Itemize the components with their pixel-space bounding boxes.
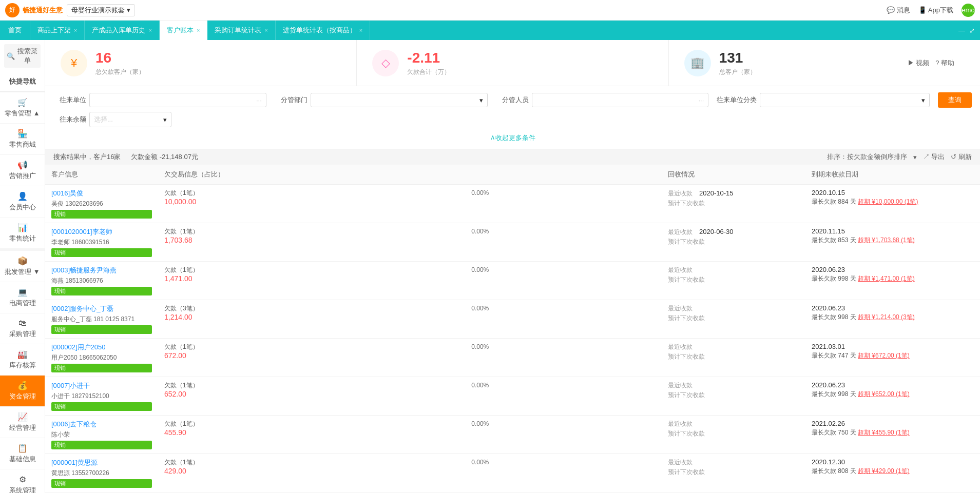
customer-info-cell-4: [000002]用户2050 用户2050 18665062050 现销: [45, 339, 158, 377]
app-download-btn[interactable]: 📱 App下载: [918, 6, 953, 15]
overdue-link[interactable]: 超期 ¥672.00 (1笔): [858, 352, 910, 359]
app-icon: 📱: [918, 6, 927, 14]
search-button[interactable]: 查询: [938, 92, 972, 108]
sort-label[interactable]: 排序：按欠款金额倒序排序: [827, 152, 907, 162]
debt-amount-link[interactable]: 1,703.68: [164, 236, 193, 244]
customer-name-link[interactable]: [0003]畅捷服务尹海燕: [51, 266, 152, 275]
next-collect-label: 预计下次收款: [668, 275, 799, 284]
debt-amount-link[interactable]: 429.00: [164, 467, 186, 475]
overdue-link[interactable]: 超期 ¥1,214.00 (3笔): [858, 313, 915, 321]
debt-amount-link[interactable]: 455.90: [164, 428, 186, 437]
due-date: 2020.06.23: [812, 381, 974, 389]
tab-home[interactable]: 首页: [0, 21, 30, 40]
due-date-cell-2: 2020.06.23 最长欠款 998 天 超期 ¥1,471.00 (1笔): [805, 262, 980, 300]
close-icon[interactable]: ×: [197, 27, 200, 33]
sidebar-item-finance[interactable]: 💰 资金管理: [0, 376, 45, 407]
video-btn[interactable]: ▶ 视频: [908, 58, 930, 68]
branch-dept-select[interactable]: ▾: [311, 93, 488, 107]
minimize-icon[interactable]: —: [958, 27, 965, 34]
customer-name-link[interactable]: [0007]小进干: [51, 381, 152, 390]
overdue-link[interactable]: 超期 ¥652.00 (1笔): [858, 390, 910, 398]
tab-purchase-order[interactable]: 采购订单统计表 ×: [207, 21, 275, 40]
source-category-select[interactable]: ▾: [760, 93, 930, 107]
close-icon[interactable]: ×: [148, 27, 151, 33]
overdue-link[interactable]: 超期 ¥10,000.00 (1笔): [858, 198, 918, 205]
debt-amount-link[interactable]: 10,000.00: [164, 198, 196, 206]
search-menu-btn[interactable]: 🔍 搜索菜单: [4, 44, 41, 68]
customer-name-link[interactable]: [0002]服务中心_丁磊: [51, 304, 152, 313]
customer-name-link[interactable]: [0001020001]李老师: [51, 227, 152, 236]
message-btn[interactable]: 💬 消息: [887, 6, 910, 15]
debt-count: 欠款（1笔）: [164, 227, 459, 236]
sidebar-item-retail-mgmt[interactable]: 🛒 零售管理 ▲: [0, 92, 45, 124]
overdue-link[interactable]: 超期 ¥429.00 (1笔): [858, 467, 910, 475]
balance-select[interactable]: 选择... ▾: [89, 112, 171, 127]
stats-bar: ¥ 16 总欠款客户（家） ◇ -2.11 欠款合计（万） 🏢 131 总客户（…: [45, 40, 980, 86]
source-unit-input[interactable]: ···: [89, 93, 266, 107]
main-layout: 🔍 搜索菜单 快捷导航 🛒 零售管理 ▲ 🏪 零售商城 📢 营销推广 👤 会员中…: [0, 40, 980, 493]
overdue-link[interactable]: 超期 ¥455.90 (1笔): [858, 429, 910, 436]
tab-stock-stats[interactable]: 进货单统计表（按商品） ×: [276, 21, 370, 40]
sidebar-item-system[interactable]: ⚙ 系统管理: [0, 469, 45, 493]
sidebar-item-retail-stats[interactable]: 📊 零售统计: [0, 218, 45, 249]
help-btn[interactable]: ? 帮助: [935, 58, 954, 68]
tab-label: 进货单统计表（按商品）: [283, 26, 356, 35]
store-selector[interactable]: 母婴行业演示账套 ▾: [67, 4, 135, 16]
debt-amount-link[interactable]: 672.00: [164, 351, 186, 360]
close-icon[interactable]: ×: [74, 27, 77, 33]
customer-tag: 现销: [51, 325, 152, 334]
help-icon: ?: [935, 59, 939, 67]
sidebar-item-base-info[interactable]: 📋 基础信息: [0, 438, 45, 469]
operations-icon: 📈: [4, 412, 41, 422]
tab-products-off[interactable]: 商品上下架 ×: [30, 21, 85, 40]
customer-info-cell-1: [0001020001]李老师 李老师 18600391516 现销: [45, 223, 158, 262]
stats-actions: ▶ 视频 ? 帮助: [897, 58, 965, 68]
customer-info-cell-3: [0002]服务中心_丁磊 服务中心_丁磊 181 0125 8371 现销: [45, 300, 158, 339]
overdue-link[interactable]: 超期 ¥1,703.68 (1笔): [858, 236, 915, 244]
sidebar-item-operations[interactable]: 📈 经营管理: [0, 407, 45, 438]
customer-phone: 用户2050 18665062050: [51, 353, 152, 362]
sidebar-item-batch-mgmt[interactable]: 📦 批发管理 ▼: [0, 251, 45, 282]
sidebar-item-purchase[interactable]: 🛍 采购管理: [0, 313, 45, 344]
result-summary: 搜索结果中，客户16家 欠款金额 -21,148.07元: [53, 152, 198, 162]
customer-phone: 吴俊 13026203696: [51, 200, 152, 208]
sidebar-item-member[interactable]: 👤 会员中心: [0, 186, 45, 218]
collapse-btn[interactable]: ∧ 收起更多条件: [53, 131, 972, 145]
sidebar-item-ecommerce[interactable]: 💻 电商管理: [0, 282, 45, 313]
debt-percent: 0.00%: [471, 228, 489, 235]
branch-person-input[interactable]: ···: [532, 93, 709, 107]
due-date-cell-4: 2021.03.01 最长欠款 747 天 超期 ¥672.00 (1笔): [805, 339, 980, 377]
sidebar-item-warehouse[interactable]: 🏭 库存核算: [0, 344, 45, 376]
customer-name-link[interactable]: [0016]吴俊: [51, 189, 152, 198]
tab-produce-history[interactable]: 产成品入库单历史 ×: [85, 21, 159, 40]
refresh-btn[interactable]: ↺ 刷新: [951, 152, 972, 162]
stat-total-customers: 🏢 131 总客户（家） ▶ 视频 ? 帮助: [669, 40, 980, 86]
due-date-cell-6: 2021.02.26 最长欠款 750 天 超期 ¥455.90 (1笔): [805, 416, 980, 454]
table-row: [0003]畅捷服务尹海燕 海燕 18513066976 现销 欠款（1笔） 1…: [45, 262, 980, 300]
sidebar-item-marketing[interactable]: 📢 营销推广: [0, 155, 45, 186]
debt-percent: 0.00%: [471, 305, 489, 312]
customer-name-link[interactable]: [000002]用户2050: [51, 343, 152, 352]
overdue-link[interactable]: 超期 ¥1,471.00 (1笔): [858, 275, 915, 282]
avatar[interactable]: demo2: [962, 4, 975, 17]
export-btn[interactable]: ↗ 导出: [923, 152, 945, 162]
source-category-label: 往来单位分类: [717, 95, 757, 105]
total-customers-number: 131: [719, 49, 756, 67]
debt-amount-label: 欠款合计（万）: [407, 68, 450, 76]
debt-amount-link[interactable]: 1,471.00: [164, 274, 193, 283]
maximize-icon[interactable]: ⤢: [969, 27, 975, 34]
debt-amount-link[interactable]: 1,214.00: [164, 313, 193, 321]
customer-name-link[interactable]: [0006]去下粮仓: [51, 420, 152, 429]
close-icon[interactable]: ×: [264, 27, 267, 33]
message-icon: 💬: [887, 6, 895, 14]
debt-count: 欠款（1笔）: [164, 266, 459, 274]
tab-customer-account[interactable]: 客户账本 ×: [160, 21, 207, 40]
close-icon[interactable]: ×: [359, 27, 362, 33]
customer-name-link[interactable]: [000001]黄思源: [51, 458, 152, 467]
debt-percent: 0.00%: [471, 459, 489, 466]
result-actions: 排序：按欠款金额倒序排序 ▾ ↗ 导出 ↺ 刷新: [827, 152, 972, 162]
recover-cell-6: 最近收款 预计下次收款: [662, 416, 805, 454]
filter-branch-dept: 分管部门 ▾: [275, 93, 488, 107]
sidebar-item-retail-store[interactable]: 🏪 零售商城: [0, 124, 45, 155]
debt-amount-link[interactable]: 652.00: [164, 390, 186, 398]
